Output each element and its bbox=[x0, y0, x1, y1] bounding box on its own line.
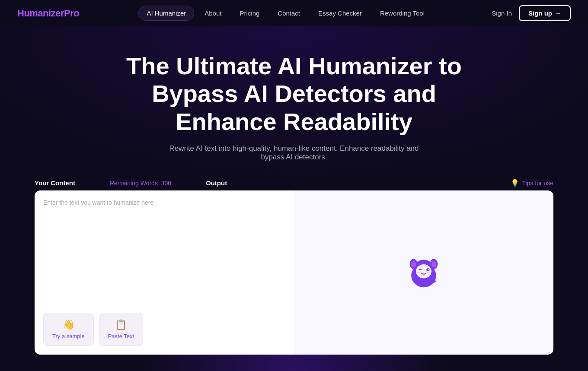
nav-link-contact[interactable]: Contact bbox=[270, 6, 308, 20]
logo-text-regular: Humanizer bbox=[17, 8, 64, 19]
svg-point-6 bbox=[416, 264, 431, 278]
tool-header: Your Content Remaining Words: 300 Output… bbox=[35, 179, 553, 187]
arrow-right-icon: → bbox=[555, 10, 561, 17]
sample-paste-area: 👋 Try a sample 📋 Paste Text bbox=[43, 313, 143, 346]
svg-point-9 bbox=[417, 272, 420, 274]
input-section-label: Your Content bbox=[35, 179, 75, 187]
hero-section: The Ultimate AI Humanizer to Bypass AI D… bbox=[0, 26, 588, 371]
nav-auth: Sign In Sign up → bbox=[492, 5, 571, 21]
logo: HumanizerPro bbox=[17, 8, 79, 19]
try-sample-card[interactable]: 👋 Try a sample bbox=[43, 313, 94, 346]
logo-text-accent: Pro bbox=[64, 8, 79, 19]
nav-link-essay-checker[interactable]: Essay Checker bbox=[310, 6, 370, 20]
input-panel: 👋 Try a sample 📋 Paste Text bbox=[35, 190, 294, 355]
paste-text-icon: 📋 bbox=[108, 319, 134, 330]
nav-link-rewording-tool[interactable]: Rewording Tool bbox=[372, 6, 432, 20]
sign-in-link[interactable]: Sign In bbox=[492, 10, 512, 17]
output-section-label: Output bbox=[206, 179, 227, 187]
nav-link-pricing[interactable]: Pricing bbox=[232, 6, 267, 20]
hero-title: The Ultimate AI Humanizer to Bypass AI D… bbox=[99, 52, 489, 136]
tips-link[interactable]: Tips for use bbox=[522, 180, 553, 187]
paste-text-label: Paste Text bbox=[108, 333, 134, 339]
remaining-words-label: Remaining Words: 300 bbox=[110, 180, 171, 187]
svg-point-11 bbox=[422, 273, 425, 276]
output-panel bbox=[294, 190, 553, 355]
tool-header-right: 💡 Tips for use bbox=[511, 179, 553, 187]
nav-link-about[interactable]: About bbox=[197, 6, 229, 20]
mascot-icon bbox=[404, 253, 443, 292]
tips-icon: 💡 bbox=[511, 179, 519, 187]
editor-panels: 👋 Try a sample 📋 Paste Text bbox=[35, 190, 553, 355]
tool-header-left: Your Content Remaining Words: 300 Output bbox=[35, 179, 227, 187]
try-sample-label: Try a sample bbox=[52, 333, 85, 339]
paste-text-card[interactable]: 📋 Paste Text bbox=[99, 313, 143, 346]
svg-point-8 bbox=[428, 269, 429, 270]
try-sample-icon: 👋 bbox=[52, 319, 85, 330]
svg-point-4 bbox=[411, 261, 416, 267]
sign-up-button[interactable]: Sign up → bbox=[519, 5, 571, 21]
svg-point-10 bbox=[427, 272, 430, 274]
navbar: HumanizerPro AI Humanizer About Pricing … bbox=[0, 0, 588, 26]
nav-links: AI Humanizer About Pricing Contact Essay… bbox=[138, 6, 432, 21]
nav-link-ai-humanizer[interactable]: AI Humanizer bbox=[138, 6, 194, 21]
svg-point-5 bbox=[431, 261, 436, 267]
hero-subtitle: Rewrite AI text into high-quality, human… bbox=[160, 144, 428, 162]
tool-area: Your Content Remaining Words: 300 Output… bbox=[17, 179, 571, 355]
